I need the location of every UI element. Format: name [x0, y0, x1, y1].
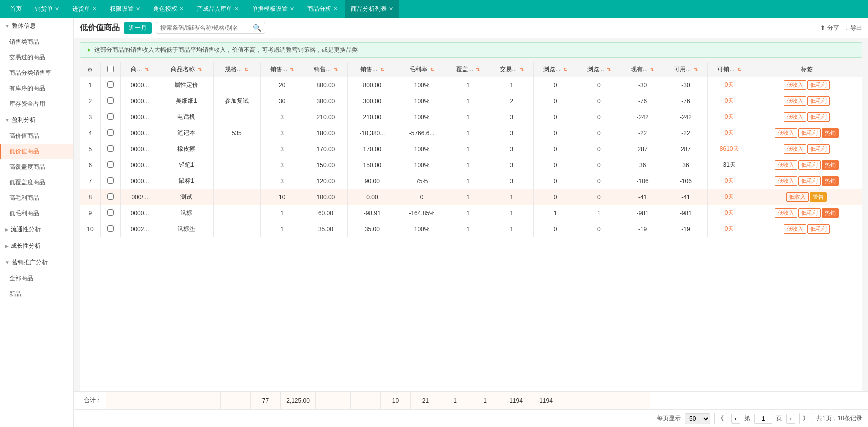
- cell-checkbox[interactable]: [100, 173, 120, 189]
- table-wrapper[interactable]: ⚙ 商... ⇅ 商品名称 ⇅ 规格... ⇅ 销售... ⇅ 销售... ⇅ …: [80, 62, 862, 391]
- sidebar-item-category-sales-rate[interactable]: 商品分类销售率: [0, 65, 73, 81]
- export-button[interactable]: ↓ 导出: [845, 24, 862, 32]
- views-link[interactable]: 0: [554, 146, 557, 153]
- sidebar-item-high-value[interactable]: 高价值商品: [0, 128, 73, 144]
- row-checkbox[interactable]: [107, 97, 114, 104]
- cell-checkbox[interactable]: [100, 221, 120, 237]
- row-checkbox[interactable]: [107, 209, 114, 216]
- select-all-checkbox[interactable]: [107, 66, 114, 72]
- nav-product-analysis[interactable]: 商品分析 ✕: [301, 0, 344, 18]
- nav-role-auth[interactable]: 角色授权 ✕: [147, 0, 190, 18]
- views-link[interactable]: 0: [554, 114, 557, 121]
- sidebar-item-all-products[interactable]: 全部商品: [0, 271, 73, 286]
- cell-checkbox[interactable]: [100, 189, 120, 205]
- prev-page-button[interactable]: ‹: [731, 414, 740, 424]
- row-checkbox[interactable]: [107, 81, 114, 88]
- sidebar-item-new-products[interactable]: 新品: [0, 286, 73, 302]
- cell-checkbox[interactable]: [100, 109, 120, 125]
- nav-purchase-order[interactable]: 进货单 ✕: [66, 0, 103, 18]
- nav-close-icon[interactable]: ✕: [234, 6, 239, 12]
- col-coverage[interactable]: 覆盖... ⇅: [446, 62, 490, 77]
- cell-checkbox[interactable]: [100, 205, 120, 221]
- cell-views1[interactable]: 0: [533, 157, 577, 173]
- col-tags[interactable]: 标签: [751, 62, 862, 77]
- cell-views1[interactable]: 0: [533, 221, 577, 237]
- col-code[interactable]: 商... ⇅: [121, 62, 159, 77]
- sidebar-item-sales-products[interactable]: 销售类商品: [0, 34, 73, 50]
- nav-close-icon[interactable]: ✕: [179, 6, 184, 12]
- col-views1[interactable]: 浏览... ⇅: [533, 62, 577, 77]
- col-sales-qty[interactable]: 销售... ⇅: [260, 62, 304, 77]
- sidebar-group-profit[interactable]: ▼ 盈利分析: [0, 112, 73, 128]
- nav-sales-order[interactable]: 销货单 ✕: [29, 0, 65, 18]
- sidebar-item-traded-products[interactable]: 交易过的商品: [0, 50, 73, 65]
- views-link[interactable]: 0: [554, 178, 557, 185]
- col-settings[interactable]: ⚙: [80, 62, 101, 77]
- views-link[interactable]: 0: [554, 130, 557, 137]
- views-link[interactable]: 0: [554, 82, 557, 89]
- col-checkbox[interactable]: [100, 62, 120, 77]
- row-checkbox[interactable]: [107, 193, 114, 200]
- sidebar-item-high-coverage[interactable]: 高覆盖度商品: [0, 159, 73, 175]
- sidebar-item-high-margin[interactable]: 高毛利商品: [0, 190, 73, 206]
- sidebar-group-growth[interactable]: ▶ 成长性分析: [0, 238, 73, 254]
- first-page-button[interactable]: 《: [714, 413, 727, 424]
- cell-views1[interactable]: 0: [533, 93, 577, 109]
- views-link[interactable]: 0: [554, 98, 557, 105]
- col-current-stock[interactable]: 现有... ⇅: [621, 62, 664, 77]
- col-transactions[interactable]: 交易... ⇅: [490, 62, 533, 77]
- row-checkbox[interactable]: [107, 225, 114, 232]
- nav-close-icon[interactable]: ✕: [136, 6, 140, 12]
- page-size-select[interactable]: 50 20 100: [685, 413, 710, 424]
- cell-checkbox[interactable]: [100, 125, 120, 141]
- sidebar-group-overall[interactable]: ▼ 整体信息: [0, 18, 73, 34]
- sidebar-item-low-margin[interactable]: 低毛利商品: [0, 206, 73, 221]
- cell-checkbox[interactable]: [100, 77, 120, 93]
- nav-close-icon[interactable]: ✕: [389, 6, 393, 12]
- sidebar-group-marketing[interactable]: ▼ 营销推广分析: [0, 254, 73, 271]
- row-checkbox[interactable]: [107, 145, 114, 152]
- search-icon[interactable]: 🔍: [253, 24, 261, 32]
- cell-checkbox[interactable]: [100, 157, 120, 173]
- col-sellable[interactable]: 可销... ⇅: [708, 62, 751, 77]
- sidebar-item-stocked-products[interactable]: 有库序的商品: [0, 81, 73, 96]
- cell-views1[interactable]: 0: [533, 189, 577, 205]
- search-input[interactable]: [156, 22, 265, 34]
- cell-views1[interactable]: 0: [533, 125, 577, 141]
- col-margin[interactable]: 毛利率 ⇅: [397, 62, 446, 77]
- sidebar-item-stock-fund[interactable]: 库存资金占用: [0, 96, 73, 112]
- share-button[interactable]: ⬆ 分享: [820, 24, 839, 32]
- sidebar-group-liquidity[interactable]: ▶ 流通性分析: [0, 221, 73, 238]
- col-spec[interactable]: 规格... ⇅: [214, 62, 260, 77]
- nav-close-icon[interactable]: ✕: [290, 6, 294, 12]
- cell-views1[interactable]: 0: [533, 141, 577, 157]
- nav-close-icon[interactable]: ✕: [92, 6, 97, 12]
- nav-product-analysis-list[interactable]: 商品分析列表 ✕: [345, 0, 399, 18]
- last-page-button[interactable]: 》: [799, 413, 812, 424]
- cell-checkbox[interactable]: [100, 141, 120, 157]
- cell-views1[interactable]: 0: [533, 109, 577, 125]
- sidebar-item-low-coverage[interactable]: 低覆盖度商品: [0, 175, 73, 190]
- cell-views1[interactable]: 0: [533, 173, 577, 189]
- col-views2[interactable]: 浏览... ⇅: [577, 62, 621, 77]
- views-link[interactable]: 0: [554, 226, 557, 233]
- views-link[interactable]: 0: [554, 162, 557, 169]
- nav-close-icon[interactable]: ✕: [55, 6, 59, 12]
- col-name[interactable]: 商品名称 ⇅: [159, 62, 214, 77]
- nav-permission-settings[interactable]: 权限设置 ✕: [104, 0, 146, 18]
- nav-close-icon[interactable]: ✕: [333, 6, 338, 12]
- views-link[interactable]: 1: [554, 210, 557, 217]
- nav-product-inbound[interactable]: 产成品入库单 ✕: [191, 0, 245, 18]
- cell-checkbox[interactable]: [100, 93, 120, 109]
- cell-views1[interactable]: 1: [533, 205, 577, 221]
- col-available[interactable]: 可用... ⇅: [664, 62, 707, 77]
- col-sales-amount[interactable]: 销售... ⇅: [304, 62, 347, 77]
- col-sales-cost[interactable]: 销售... ⇅: [348, 62, 397, 77]
- views-link[interactable]: 0: [554, 194, 557, 201]
- nav-home[interactable]: 首页: [4, 0, 28, 18]
- page-number-input[interactable]: [754, 414, 772, 424]
- row-checkbox[interactable]: [107, 113, 114, 120]
- next-page-button[interactable]: ›: [786, 414, 795, 424]
- cell-views1[interactable]: 0: [533, 77, 577, 93]
- time-filter-button[interactable]: 近一月: [124, 22, 152, 34]
